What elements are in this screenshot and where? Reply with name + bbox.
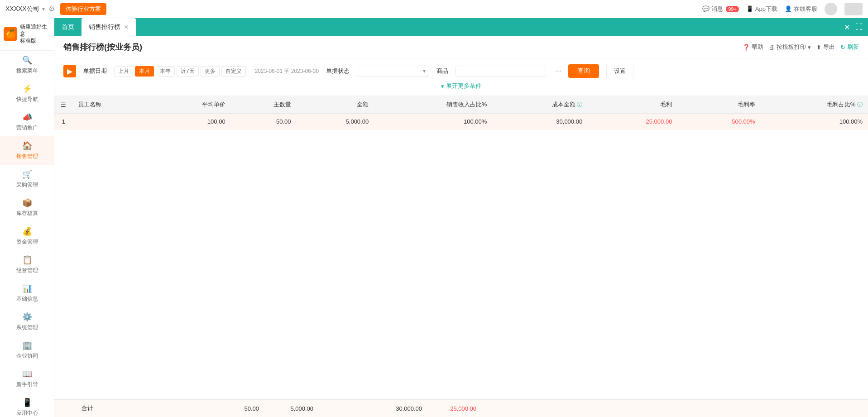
sidebar-item-app-center[interactable]: 📱 应用中心 <box>0 393 54 417</box>
tab-minimize-icon[interactable]: ✕ <box>844 23 850 32</box>
date-btn-this-month[interactable]: 本月 <box>135 66 154 77</box>
goods-input[interactable] <box>456 66 546 77</box>
cell-rank: 1 <box>54 114 72 130</box>
cell-cost: 30,000.00 <box>492 114 588 130</box>
sales-icon: 🏠 <box>22 141 32 151</box>
export-button[interactable]: ⬆ 导出 <box>816 43 835 51</box>
data-table: ☰ 员工名称 平均单价 主数量 全额 销售收入占比% 成本全额 ⓘ 毛利 毛利率… <box>54 96 868 130</box>
cell-profit: -25,000.00 <box>588 114 677 130</box>
trial-button[interactable]: 体验行业方案 <box>60 3 106 15</box>
date-btn-7days[interactable]: 近7天 <box>177 66 199 77</box>
tab-expand-icon[interactable]: ⛶ <box>855 23 863 31</box>
expand-more-button[interactable]: ▾ 展开更多条件 <box>63 82 859 90</box>
status-select[interactable] <box>357 66 429 77</box>
enterprise-icon: 🏢 <box>22 340 32 350</box>
table-container: ☰ 员工名称 平均单价 主数量 全额 销售收入占比% 成本全额 ⓘ 毛利 毛利率… <box>54 96 868 399</box>
page-content: 销售排行榜(按业务员) ❓ 帮助 🖨 按模板打印 ▾ ⬆ 导出 <box>54 36 868 417</box>
logo-text: 畅康通好生意标准版 <box>20 24 50 45</box>
app-download-label: App下载 <box>755 5 777 13</box>
user-name-placeholder <box>844 3 863 15</box>
support-icon: 👤 <box>785 5 792 12</box>
tab-sales-ranking[interactable]: 销售排行榜 ✕ <box>82 18 136 36</box>
footer-profit: -25,000.00 <box>422 405 476 412</box>
app-center-icon: 📱 <box>22 398 32 407</box>
refresh-button[interactable]: ↻ 刷新 <box>840 43 859 51</box>
sidebar-item-purchase[interactable]: 🛒 采购管理 <box>0 165 54 193</box>
sidebar-item-basic-info[interactable]: 📊 基础信息 <box>0 279 54 307</box>
date-range: 2023-06-01 至 2023-06-30 <box>255 67 319 75</box>
cell-amount: 5,000.00 <box>297 114 374 130</box>
setting-button[interactable]: 设置 <box>606 64 633 78</box>
system-icon: ⚙️ <box>22 312 32 322</box>
table-header-row: ☰ 员工名称 平均单价 主数量 全额 销售收入占比% 成本全额 ⓘ 毛利 毛利率… <box>54 96 868 114</box>
col-header-cost: 成本全额 ⓘ <box>492 96 588 114</box>
goods-label: 商品 <box>436 67 448 75</box>
online-support-button[interactable]: 👤 在线客服 <box>785 5 817 13</box>
col-header-name: 员工名称 <box>72 96 152 114</box>
sidebar-item-system[interactable]: ⚙️ 系统管理 <box>0 307 54 336</box>
header-right: 💬 消息 99+ 📱 App下载 👤 在线客服 <box>702 3 863 15</box>
filter-expand-arrow[interactable]: ▶ <box>63 65 76 77</box>
footer-total-label: 合计 <box>78 404 159 412</box>
sidebar-item-quick-nav[interactable]: ⚡ 快捷导航 <box>0 79 54 108</box>
col-header-avg-price: 平均单价 <box>152 96 231 114</box>
sidebar-item-search-order[interactable]: 🔍 搜索菜单 <box>0 51 54 79</box>
tab-home[interactable]: 首页 <box>54 18 82 36</box>
settings-icon[interactable]: ⚙ <box>48 5 55 13</box>
chevron-down-icon: ▾ <box>42 6 45 12</box>
operations-icon: 📋 <box>22 255 32 265</box>
sidebar-item-guide[interactable]: 📖 新手引导 <box>0 364 54 393</box>
cell-avg-price: 100.00 <box>152 114 231 130</box>
date-btn-last-month[interactable]: 上月 <box>114 66 133 77</box>
col-header-profit-rate: 毛利率 <box>677 96 760 114</box>
date-btn-this-year[interactable]: 本年 <box>156 66 175 77</box>
footer-amount: 5,000.00 <box>259 405 313 412</box>
print-dropdown-icon: ▾ <box>808 44 811 51</box>
date-quick-buttons: 上月 本月 本年 近7天 更多 自定义 <box>114 66 246 77</box>
date-btn-more[interactable]: 更多 <box>201 66 220 77</box>
help-button[interactable]: ❓ 帮助 <box>743 43 763 51</box>
page-header: 销售排行榜(按业务员) ❓ 帮助 🖨 按模板打印 ▾ ⬆ 导出 <box>54 36 868 58</box>
tab-close-icon[interactable]: ✕ <box>124 24 129 30</box>
main-layout: 🍊 畅康通好生意标准版 🔍 搜索菜单 ⚡ 快捷导航 📣 营销推广 🏠 销售管理 … <box>0 18 868 417</box>
page-actions: ❓ 帮助 🖨 按模板打印 ▾ ⬆ 导出 ↻ 刷新 <box>743 43 859 51</box>
sidebar-item-label: 系统管理 <box>16 324 38 331</box>
cell-profit-rate: -500.00% <box>677 114 760 130</box>
table-row: 1 100.00 50.00 5,000.00 100.00% 30,000.0… <box>54 114 868 130</box>
marketing-icon: 📣 <box>22 112 32 122</box>
avatar[interactable] <box>825 3 837 15</box>
sidebar-item-enterprise[interactable]: 🏢 企业协同 <box>0 336 54 364</box>
sidebar-item-label: 经营管理 <box>16 267 38 274</box>
date-btn-custom[interactable]: 自定义 <box>221 66 246 77</box>
content-area: 首页 销售排行榜 ✕ ✕ ⛶ 销售排行榜(按业务员) ❓ 帮助 <box>54 18 868 417</box>
expand-more-icon: ▾ <box>441 83 444 90</box>
sidebar-item-operations[interactable]: 📋 经营管理 <box>0 250 54 279</box>
col-header-main-qty: 主数量 <box>231 96 297 114</box>
tab-home-label: 首页 <box>62 23 74 31</box>
message-button[interactable]: 💬 消息 99+ <box>702 5 739 13</box>
status-select-wrap <box>357 66 429 77</box>
help-icon: ❓ <box>743 44 750 51</box>
sidebar-item-label: 采购管理 <box>16 181 38 189</box>
sidebar-item-label: 基础信息 <box>16 295 38 303</box>
print-button[interactable]: 🖨 按模板打印 ▾ <box>769 43 811 51</box>
query-button[interactable]: 查询 <box>568 64 599 78</box>
footer-values: 50.00 5,000.00 30,000.00 -25,000.00 <box>159 405 863 412</box>
sidebar-item-marketing[interactable]: 📣 营销推广 <box>0 108 54 136</box>
finance-icon: 💰 <box>22 226 32 236</box>
sidebar-item-label: 搜索菜单 <box>16 67 38 75</box>
cell-main-qty: 50.00 <box>231 114 297 130</box>
more-filters-icon[interactable]: ··· <box>555 67 561 75</box>
col-header-settings[interactable]: ☰ <box>54 96 72 114</box>
page-title: 销售排行榜(按业务员) <box>63 42 142 53</box>
company-selector[interactable]: XXXXX公司 ▾ <box>5 5 45 13</box>
sidebar-item-inventory[interactable]: 📦 库存核算 <box>0 193 54 222</box>
app-download-button[interactable]: 📱 App下载 <box>746 5 777 13</box>
message-icon: 💬 <box>702 5 710 12</box>
sidebar-item-finance[interactable]: 💰 资金管理 <box>0 222 54 250</box>
sidebar-item-sales[interactable]: 🏠 销售管理 <box>0 136 54 165</box>
export-label: 导出 <box>823 43 835 51</box>
basic-info-icon: 📊 <box>22 283 32 293</box>
sidebar-item-label: 销售管理 <box>16 153 38 160</box>
sidebar-item-label: 资金管理 <box>16 238 38 246</box>
